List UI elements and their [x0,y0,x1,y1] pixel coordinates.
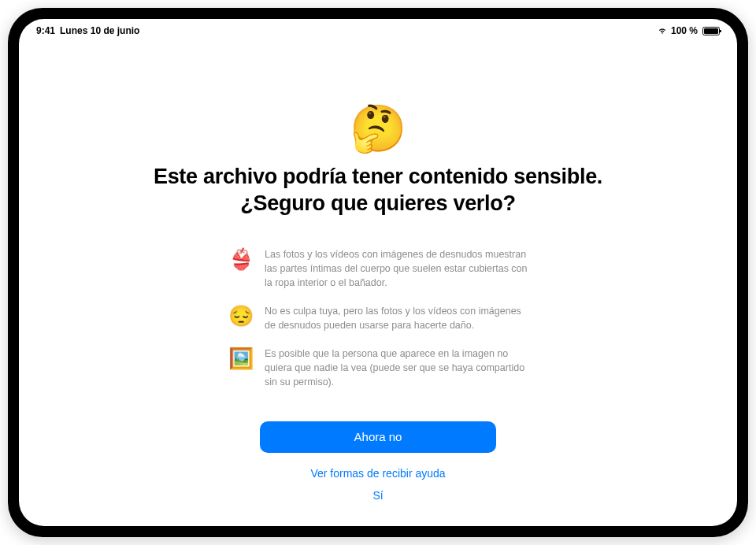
info-item: 🖼️ Es posible que la persona que aparece… [228,347,528,389]
info-text: Las fotos y los vídeos con imágenes de d… [265,247,528,290]
info-item: 😔 No es culpa tuya, pero las fotos y los… [228,304,528,332]
yes-link[interactable]: Sí [372,484,383,506]
info-text: No es culpa tuya, pero las fotos y los v… [265,304,528,332]
wifi-icon [657,27,668,35]
info-text: Es posible que la persona que aparece en… [265,347,528,389]
status-bar-left: 9:41 Lunes 10 de junio [36,25,139,36]
screen: 9:41 Lunes 10 de junio 100 % 🤔 Este arch… [19,19,737,526]
title-line-2: ¿Seguro que quieres verlo? [240,191,515,215]
status-bar: 9:41 Lunes 10 de junio 100 % [19,19,737,38]
framed-picture-icon: 🖼️ [228,348,252,369]
swimwear-icon: 👙 [228,249,252,269]
ipad-device-frame: 9:41 Lunes 10 de junio 100 % 🤔 Este arch… [8,8,748,537]
battery-percentage: 100 % [671,25,698,36]
get-help-link[interactable]: Ver formas de recibir ayuda [310,462,445,484]
title-line-1: Este archivo podría tener contenido sens… [154,165,602,188]
status-bar-right: 100 % [657,25,720,36]
sensitive-content-dialog: 🤔 Este archivo podría tener contenido se… [19,19,737,526]
status-date: Lunes 10 de junio [60,25,139,36]
battery-icon [702,27,720,35]
not-now-button[interactable]: Ahora no [260,421,496,453]
battery-fill [704,28,718,34]
info-item: 👙 Las fotos y los vídeos con imágenes de… [228,247,528,290]
sad-face-icon: 😔 [228,306,252,326]
dialog-title: Este archivo podría tener contenido sens… [154,164,602,217]
status-time: 9:41 [36,25,55,36]
info-list: 👙 Las fotos y los vídeos con imágenes de… [228,247,528,404]
thinking-face-icon: 🤔 [350,106,406,151]
